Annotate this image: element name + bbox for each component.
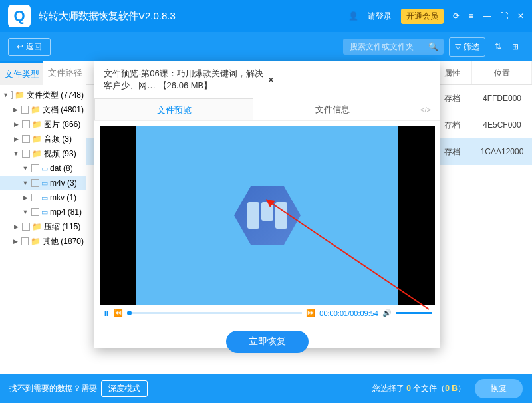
login-link[interactable]: 请登录 bbox=[368, 11, 392, 22]
sort-icon[interactable]: ⇅ bbox=[489, 39, 507, 55]
footer: 找不到需要的数据？需要 深度模式 您选择了 0 个文件（0 B） 恢复 bbox=[0, 374, 532, 403]
time-display: 00:00:01/00:09:54 bbox=[319, 309, 378, 317]
tree-item[interactable]: ▶▭mkv (1) bbox=[0, 190, 86, 205]
refresh-icon[interactable]: ⟳ bbox=[453, 11, 460, 21]
close-icon[interactable]: ✕ bbox=[517, 11, 524, 21]
tab-code[interactable]: </> bbox=[411, 98, 440, 120]
filter-button[interactable]: ▽ 筛选 bbox=[449, 37, 485, 57]
file-tree: ▼📁文件类型 (7748)▶📁文档 (4801)▶📁图片 (866)▶📁音频 (… bbox=[0, 85, 86, 251]
status-text: 您选择了 0 个文件（0 B） bbox=[372, 383, 466, 394]
tree-item[interactable]: ▶📁压缩 (115) bbox=[0, 219, 86, 234]
volume-icon[interactable]: 🔊 bbox=[382, 309, 392, 317]
footer-tip: 找不到需要的数据？需要 bbox=[9, 383, 97, 394]
tab-preview[interactable]: 文件预览 bbox=[94, 98, 253, 120]
app-logo: Q bbox=[8, 5, 31, 27]
tab-info[interactable]: 文件信息 bbox=[253, 98, 411, 120]
tree-item[interactable]: ▶📁音频 (3) bbox=[0, 132, 86, 146]
pause-icon[interactable]: ⏸ bbox=[102, 309, 110, 317]
maximize-icon[interactable]: ⛶ bbox=[500, 11, 508, 21]
tree-item[interactable]: ▼📁视频 (93) bbox=[0, 146, 86, 161]
titlebar: Q 转转大师数据恢复软件V2.0.8.3 👤 请登录 开通会员 ⟳ ≡ — ⛶ … bbox=[0, 0, 532, 32]
search-box: 🔍 bbox=[343, 39, 444, 55]
preview-dialog: 文件预览-第06课：巧用爆款关键词，解决客户少、网… 【26.06 MB】 ✕ … bbox=[94, 61, 440, 348]
video-controls: ⏸ ⏪ ⏩ 00:00:01/00:09:54 🔊 bbox=[100, 305, 435, 317]
video-frame[interactable] bbox=[100, 126, 435, 305]
close-icon[interactable]: ✕ bbox=[267, 75, 431, 85]
modal-restore-button[interactable]: 立即恢复 bbox=[226, 331, 309, 353]
video-area: ⏸ ⏪ ⏩ 00:00:01/00:09:54 🔊 bbox=[100, 126, 435, 317]
vip-button[interactable]: 开通会员 bbox=[401, 9, 444, 24]
back-arrow-icon: ↩ bbox=[17, 42, 23, 51]
filter-icon: ▽ bbox=[455, 42, 461, 51]
filter-label: 筛选 bbox=[464, 41, 479, 53]
tree-item[interactable]: ▼▭dat (8) bbox=[0, 161, 86, 176]
app-title: 转转大师数据恢复软件V2.0.8.3 bbox=[39, 10, 348, 23]
tree-item[interactable]: ▶📁图片 (866) bbox=[0, 117, 86, 132]
video-thumbnail-icon bbox=[234, 182, 301, 249]
grid-icon[interactable]: ⊞ bbox=[507, 39, 524, 55]
tab-file-path[interactable]: 文件路径 bbox=[43, 61, 86, 85]
tree-item[interactable]: ▼📁文件类型 (7748) bbox=[0, 88, 86, 102]
back-button[interactable]: ↩ 返回 bbox=[8, 38, 51, 56]
toolbar: ↩ 返回 🔍 ▽ 筛选 ⇅ ⊞ bbox=[0, 32, 532, 61]
tree-item[interactable]: ▶📁文档 (4801) bbox=[0, 102, 86, 117]
rewind-icon[interactable]: ⏪ bbox=[114, 309, 123, 317]
forward-icon[interactable]: ⏩ bbox=[306, 309, 315, 317]
back-label: 返回 bbox=[26, 41, 42, 53]
minimize-icon[interactable]: — bbox=[483, 11, 491, 21]
deep-mode-button[interactable]: 深度模式 bbox=[101, 380, 148, 397]
tree-item[interactable]: ▼▭mp4 (81) bbox=[0, 205, 86, 219]
progress-bar[interactable] bbox=[127, 312, 302, 314]
menu-icon[interactable]: ≡ bbox=[469, 11, 473, 21]
tree-item[interactable]: ▼▭m4v (3) bbox=[0, 176, 86, 190]
search-input[interactable] bbox=[343, 39, 423, 55]
search-icon[interactable]: 🔍 bbox=[423, 39, 444, 55]
tab-file-type[interactable]: 文件类型 bbox=[0, 61, 43, 85]
user-icon[interactable]: 👤 bbox=[348, 11, 358, 21]
volume-bar[interactable] bbox=[396, 312, 432, 314]
col-loc[interactable]: 位置 bbox=[472, 61, 532, 84]
sidebar: 文件类型 文件路径 ▼📁文件类型 (7748)▶📁文档 (4801)▶📁图片 (… bbox=[0, 61, 86, 374]
dialog-title: 文件预览-第06课：巧用爆款关键词，解决客户少、网… 【26.06 MB】 bbox=[104, 68, 267, 92]
tree-item[interactable]: ▶📁其他 (1870) bbox=[0, 234, 86, 249]
footer-restore-button[interactable]: 恢复 bbox=[475, 379, 523, 398]
